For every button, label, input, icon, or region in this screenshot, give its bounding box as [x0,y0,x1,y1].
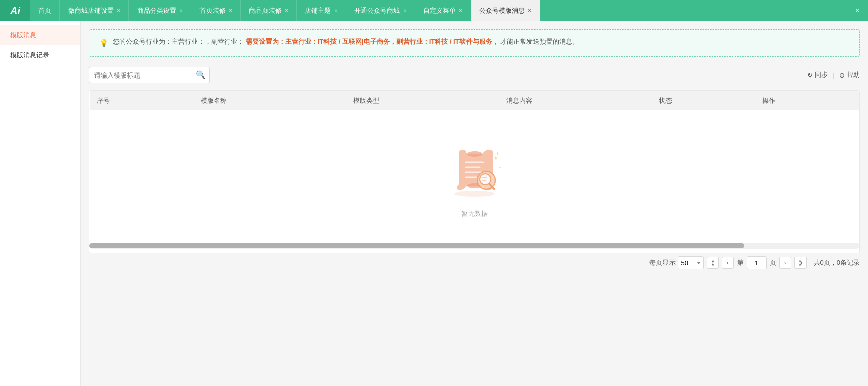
table-scrollbar[interactable] [89,243,859,249]
bulb-icon: 💡 [99,37,109,49]
tab-open-shop[interactable]: 开通公众号商城× [346,0,415,21]
tab-product-category[interactable]: 商品分类设置× [129,0,191,21]
help-button[interactable]: ⊙ 帮助 [839,70,860,80]
col-header-name: 模版名称 [193,91,346,111]
logo: Ai [0,0,30,21]
page-label: 第 [737,258,744,267]
col-header-type: 模版类型 [346,91,499,111]
main-layout: 模版消息模版消息记录 💡 您的公众号行业为：主营行业：，副营行业： 需要设置为：… [0,21,868,386]
tab-home[interactable]: 首页 [30,0,60,21]
total-info: 共0页，0条记录 [814,258,860,267]
table-container: 序号模版名称模版类型消息内容状态操作 [89,90,860,253]
info-banner-text: 您的公众号行业为：主营行业：，副营行业： 需要设置为：主营行业：IT科技 / 互… [113,37,579,47]
sidebar: 模版消息模版消息记录 [0,21,81,386]
top-nav: Ai 首页微商城店铺设置×商品分类设置×首页装修×商品页装修×店铺主题×开通公众… [0,0,868,21]
tab-close-custom-menu[interactable]: × [459,7,462,14]
tab-close-open-shop[interactable]: × [403,7,407,14]
toolbar-right: ↻ 同步 | ⊙ 帮助 [807,70,860,80]
page-input[interactable] [747,256,767,269]
col-header-action: 操作 [755,91,859,111]
page-unit: 页 [770,258,776,267]
tab-shop-theme[interactable]: 店铺主题× [297,0,346,21]
first-page-button[interactable]: ⟪ [707,257,719,269]
empty-icon: ✦ ✦ ✦ [442,141,507,201]
sync-icon: ↻ [807,71,813,79]
search-input-wrap: 🔍 [89,67,210,83]
page-size-select: 每页显示 102050100 [649,256,704,269]
tab-close-shop-theme[interactable]: × [334,7,338,14]
page-size-label: 每页显示 [649,258,676,267]
tab-close-template-msg[interactable]: × [528,7,531,14]
svg-text:✦: ✦ [498,165,502,170]
col-header-content: 消息内容 [499,91,652,111]
tab-close-product-decor[interactable]: × [285,7,288,14]
sync-button[interactable]: ↻ 同步 [807,70,828,80]
svg-point-1 [467,151,482,157]
tab-homepage-decor[interactable]: 首页装修× [191,0,241,21]
help-icon: ⊙ [839,71,845,79]
page-size-dropdown[interactable]: 102050100 [678,256,704,269]
sidebar-item-template-message[interactable]: 模版消息 [0,25,80,45]
col-header-status: 状态 [652,91,755,111]
tab-product-decor[interactable]: 商品页装修× [241,0,297,21]
sidebar-item-template-record[interactable]: 模版消息记录 [0,45,80,65]
next-page-button[interactable]: › [779,257,791,269]
table-scrollbar-thumb[interactable] [89,243,744,248]
data-table: 序号模版名称模版类型消息内容状态操作 [89,91,859,111]
tab-bar: 首页微商城店铺设置×商品分类设置×首页装修×商品页装修×店铺主题×开通公众号商城… [30,0,847,21]
empty-state: ✦ ✦ ✦ 暂无数据 [89,111,859,239]
info-banner: 💡 您的公众号行业为：主营行业：，副营行业： 需要设置为：主营行业：IT科技 /… [89,29,860,57]
tab-custom-menu[interactable]: 自定义菜单× [415,0,471,21]
tab-close-product-category[interactable]: × [179,7,183,14]
search-button[interactable]: 🔍 [196,70,206,80]
search-input[interactable] [89,67,210,83]
prev-page-button[interactable]: ‹ [722,257,734,269]
toolbar-divider: | [833,71,834,79]
col-header-seq: 序号 [90,91,194,111]
tab-template-msg[interactable]: 公众号模版消息× [471,0,540,21]
tab-wechat-shop[interactable]: 微商城店铺设置× [60,0,129,21]
search-bar: 🔍 ↻ 同步 | ⊙ 帮助 [89,67,860,83]
empty-text: 暂无数据 [461,209,488,218]
svg-text:✦: ✦ [496,151,500,156]
global-close-button[interactable]: × [847,0,868,21]
tab-close-wechat-shop[interactable]: × [117,7,120,14]
last-page-button[interactable]: ⟫ [794,257,807,269]
svg-point-0 [454,191,495,197]
pagination: 每页显示 102050100 ⟪ ‹ 第 页 › ⟫ 共0页，0条记录 [89,253,860,272]
tab-close-homepage-decor[interactable]: × [229,7,232,14]
content-area: 💡 您的公众号行业为：主营行业：，副营行业： 需要设置为：主营行业：IT科技 /… [81,21,868,386]
